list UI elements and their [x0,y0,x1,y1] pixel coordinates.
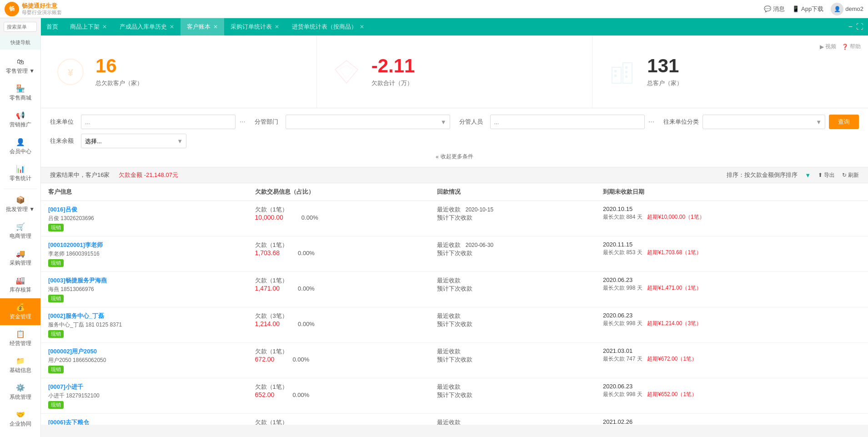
cell-customer-5: [0007]小进千 小进千 18279152100 现销 [41,378,248,414]
sidebar-item-finance[interactable]: 💰 资金管理 [0,298,40,325]
sidebar-item-purchase[interactable]: 🚚 采购管理 [0,245,40,271]
debt-amount-3[interactable]: 1,214.00 [255,320,280,327]
sidebar-item-label: 零售商城 [10,94,31,102]
recovery-label-6: 最近收款 [437,418,588,425]
customer-status-5: 现销 [48,401,64,409]
tab-product-history[interactable]: 产成品入库单历史 ✕ [113,18,181,35]
search-input[interactable] [4,22,37,32]
customer-name-1[interactable]: [0001020001]李老师 [48,241,241,249]
sidebar: 快捷导航 🛍 零售管理 ▼ 🏪 零售商城 📢 营销推广 👤 会员中心 [0,18,41,437]
customer-name-0[interactable]: [0016]吕俊 [48,206,241,214]
tab-close-icon[interactable]: ✕ [275,24,279,30]
refresh-button[interactable]: ↻ 刷新 [842,171,859,179]
recovery-label-2: 最近收款 [437,276,588,285]
export-icon: ⬆ [818,172,823,178]
sidebar-item-ecom[interactable]: 🛒 电商管理 [0,218,40,245]
cell-recovery-3: 最近收款 预计下次收款 [430,307,596,343]
customer-name-3[interactable]: [0002]服务中心_丁磊 [48,312,241,320]
recovery-label-5: 最近收款 [437,383,588,391]
overdue-amount-2[interactable]: 超期¥1,471.00（1笔） [647,285,702,291]
overdue-amount-5[interactable]: 超期¥652.00（1笔） [647,391,697,397]
stat-info-2: -2.11 欠款合计（万） [371,56,579,87]
sort-down-icon[interactable]: ▼ [805,172,811,179]
manager-dots[interactable]: ··· [648,118,654,126]
tab-purchase-stat[interactable]: 进货单统计表（按商品） ✕ [286,18,371,35]
tab-customer-account[interactable]: 客户账本 ✕ [181,18,224,35]
app-download-button[interactable]: 📱 App下载 [792,5,823,13]
message-icon: 💬 [764,5,771,12]
cell-debt-2: 欠款（1笔） 1,471.00 0.00% [248,272,430,307]
sidebar-item-member[interactable]: 👤 会员中心 [0,133,40,160]
debt-ratio-2: 0.00% [298,285,315,292]
supplier-dots[interactable]: ··· [239,118,245,126]
overdue-amount-1[interactable]: 超期¥1,703.68（1笔） [647,249,702,256]
category-select[interactable] [702,115,825,129]
debt-amount-2[interactable]: 1,471.00 [255,285,280,292]
customer-name-2[interactable]: [0003]畅捷服务尹海燕 [48,276,241,285]
sidebar-item-batch-mgmt[interactable]: 📦 批发管理 ▼ [0,191,40,218]
customer-sub-4: 用户2050 18665062050 [48,357,241,364]
svg-text:¥: ¥ [68,66,74,78]
sidebar-item-retail-mgmt[interactable]: 🛍 零售管理 ▼ [0,53,40,80]
debt-amount-1[interactable]: 1,703.68 [255,249,280,256]
sidebar-item-retail-shop[interactable]: 🏪 零售商城 [0,80,40,106]
table-wrapper: 客户信息 欠款交易信息（占比） 回款情况 到期未收款日期 [0016]吕俊 吕俊… [41,183,868,425]
tab-product-offline[interactable]: 商品上下架 ✕ [64,18,113,35]
sidebar-item-corp[interactable]: 🤝 企业协同 [0,406,40,432]
sidebar-item-biz-mgmt[interactable]: 📋 经营管理 [0,325,40,352]
system-icon: ⚙️ [16,383,25,392]
due-date-5: 2020.06.23 [603,383,861,390]
sidebar-item-basic-info[interactable]: 📁 基础信息 [0,352,40,379]
customer-name-4[interactable]: [000002]用户2050 [48,347,241,356]
tab-minimize-icon[interactable]: − [848,23,853,31]
debt-amount-0[interactable]: 10,000.00 [255,214,283,221]
tab-close-icon[interactable]: ✕ [360,24,364,30]
cell-due-2: 2020.06.23 最长欠款 998 天 超期¥1,471.00（1笔） [596,272,868,307]
sidebar-item-retail-stat[interactable]: 📊 零售统计 [0,160,40,187]
tab-close-icon[interactable]: ✕ [170,24,174,30]
stat-number-3: 131 [647,56,854,75]
due-date-0: 2020.10.15 [603,206,861,212]
batch-mgmt-icon: 📦 [16,196,25,204]
result-text: 搜索结果中，客户16家 [50,171,110,178]
debt-amount-5[interactable]: 652.00 [255,391,275,398]
tab-label: 进货单统计表（按商品） [292,23,357,31]
customer-name-6[interactable]: [0006]去下粮仓 [48,418,241,425]
sidebar-item-inventory[interactable]: 🏭 库存核算 [0,271,40,298]
overdue-amount-0[interactable]: 超期¥10,000.00（1笔） [647,214,705,220]
overdue-amount-3[interactable]: 超期¥1,214.00（3笔） [647,320,702,326]
overdue-amount-4[interactable]: 超期¥672.00（1笔） [647,356,697,362]
sidebar-item-guide[interactable]: 🎯 新手引导 [0,432,40,437]
cell-recovery-5: 最近收款 预计下次收款 [430,378,596,414]
balance-select[interactable]: 选择... [81,134,186,148]
recovery-label-0: 最近收款 2020-10-15 [437,206,588,214]
export-button[interactable]: ⬆ 导出 [818,171,835,179]
tab-close-icon[interactable]: ✕ [213,24,218,30]
video-icon: ▶ [820,44,824,50]
sidebar-nav-btn[interactable]: 快捷导航 [0,35,40,50]
svg-marker-3 [340,65,353,79]
search-button[interactable]: 查询 [829,115,859,129]
debt-amount-4[interactable]: 672.00 [255,356,275,363]
tab-close-icon[interactable]: ✕ [102,24,107,30]
cell-customer-0: [0016]吕俊 吕俊 13026203696 现销 [41,201,248,236]
user-menu[interactable]: 👤 demo2 [831,3,863,15]
supplier-input[interactable] [81,115,236,129]
tab-home[interactable]: 首页 [41,18,64,35]
manager-input[interactable] [490,115,645,129]
username: demo2 [845,5,863,12]
sidebar-item-system[interactable]: ⚙️ 系统管理 [0,379,40,406]
tab-purchase-order[interactable]: 采购订单统计表 ✕ [224,18,286,35]
collapse-button[interactable]: « 收起更多条件 [436,153,473,161]
customer-name-5[interactable]: [0007]小进千 [48,383,241,391]
tab-maximize-icon[interactable]: ⛶ [856,23,863,31]
collapse-label: 收起更多条件 [441,153,473,161]
tab-label: 商品上下架 [70,23,100,31]
sidebar-item-label: 企业协同 [10,420,31,428]
dept-select[interactable] [286,115,450,129]
video-btn[interactable]: ▶ 视频 [820,43,836,50]
message-button[interactable]: 💬 消息 [764,5,785,13]
help-btn[interactable]: ❓ 帮助 [842,43,861,50]
stat-label-2: 欠款合计（万） [371,79,579,87]
sidebar-item-marketing[interactable]: 📢 营销推广 [0,106,40,133]
